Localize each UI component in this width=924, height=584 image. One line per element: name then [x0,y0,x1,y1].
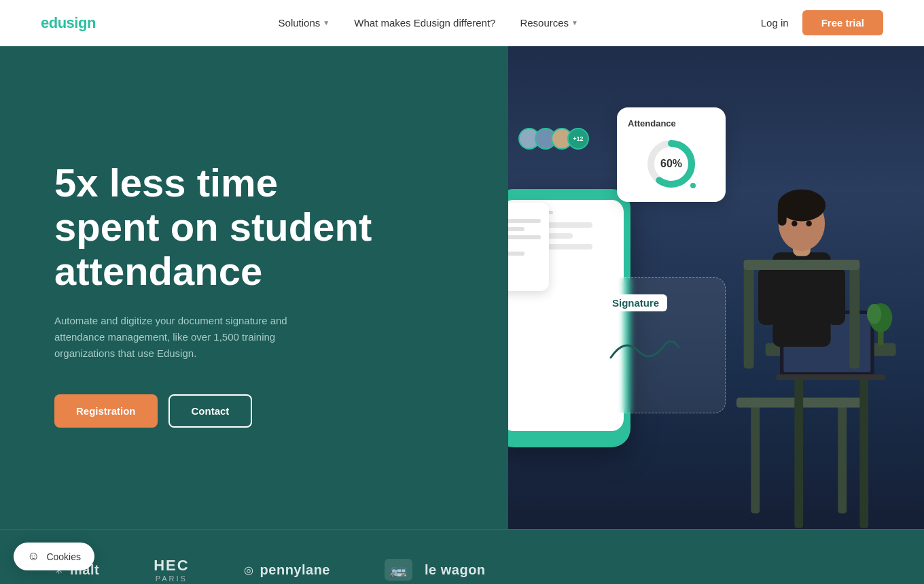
doc-line [508,219,541,223]
nav-solutions[interactable]: Solutions ▼ [279,17,330,29]
doc-line [508,227,525,231]
register-button[interactable]: Registration [54,394,158,428]
attendance-percent: 60% [660,158,682,170]
hec-logo: HEC PARIS [154,557,189,583]
doc-line [508,252,525,256]
logo[interactable]: edusign [41,14,96,32]
hero-right: +12 Attendance 60% [508,46,924,529]
hero-buttons: Registration Contact [54,394,467,428]
lewagon-label: le wagon [425,562,486,578]
chevron-down-icon: ▼ [571,19,578,27]
signature-label: Signature [604,294,667,311]
signature-svg [604,330,686,364]
attendance-label: Attendance [628,118,715,128]
hero-section: 5x less time spent on student attendance… [0,46,924,529]
navbar: edusign Solutions ▼ What makes Edusign d… [0,0,924,46]
contact-button[interactable]: Contact [168,394,253,428]
lewagon-icon: 🚌 [385,559,412,581]
document-card [508,203,549,291]
svg-rect-1 [838,398,847,514]
free-trial-button[interactable]: Free trial [802,10,883,35]
login-link[interactable]: Log in [761,17,789,29]
cookies-label: Cookies [46,551,81,562]
svg-point-11 [867,304,881,324]
logos-bar: ✳ malt HEC PARIS ◎ pennylane 🚌 le wagon [0,529,924,584]
attendance-donut: 60% [644,137,698,191]
cookie-icon: ☺ [27,549,39,564]
doc-line [508,235,541,239]
attendance-card: Attendance 60% [617,107,726,202]
hero-content: 5x less time spent on student attendance… [0,46,508,529]
hero-headline: 5x less time spent on student attendance [54,161,467,294]
cookies-banner[interactable]: ☺ Cookies [14,543,94,570]
logo-pennylane: ◎ pennylane [244,562,330,578]
donut-indicator [690,183,696,188]
pennylane-label: pennylane [260,562,330,578]
doc-lines [508,211,541,256]
ui-cards-overlay: +12 Attendance 60% [508,87,794,481]
svg-rect-22 [849,260,859,368]
signature-card: Signature [590,277,726,413]
avatars-group: +12 [518,128,589,150]
logo-lewagon: 🚌 le wagon [385,559,486,581]
pennylane-icon: ◎ [244,564,253,577]
nav-resources[interactable]: Resources ▼ [520,17,578,29]
avatar-count: +12 [567,128,589,150]
logo-hec: HEC PARIS [154,557,189,583]
nav-different[interactable]: What makes Edusign different? [354,17,495,29]
svg-rect-14 [827,267,845,325]
hero-subtext: Automate and digitize your document sign… [54,313,313,362]
svg-point-20 [806,220,812,226]
chevron-down-icon: ▼ [323,19,330,27]
nav-right: Log in Free trial [761,10,883,35]
nav-center: Solutions ▼ What makes Edusign different… [279,17,578,29]
